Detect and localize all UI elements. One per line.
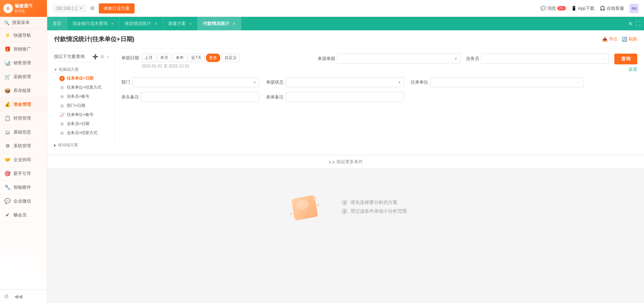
avatar[interactable]: Rit [630, 4, 639, 13]
scheme-table-icon: ⊞ [59, 130, 65, 136]
tab-payment-close-icon[interactable]: ✕ [233, 22, 235, 26]
empty-tip-1: 1 请先选择要分析的方案 [342, 200, 398, 206]
dept-select[interactable]: ▼ [132, 77, 259, 87]
scheme-mobile-header[interactable]: ▶ 移动端方案 [54, 141, 109, 149]
date-this-year-btn[interactable]: 本年 [173, 54, 187, 62]
capital-icon: 💰 [4, 101, 11, 108]
scheme-table-icon: ⊞ [59, 94, 65, 99]
empty-state: 1 请先选择要分析的方案 2 用过滤条件来缩小分析范围 [47, 168, 644, 246]
export-button[interactable]: 📤 导出 [602, 36, 618, 42]
scheme-table-icon: ⊞ [59, 121, 65, 127]
scheme-item-unit-date[interactable]: ● 往来单位+日期 [57, 74, 109, 83]
page-header-actions: 📤 导出 🔄 刷新 [602, 36, 637, 42]
base-icon: 🗂 [4, 129, 11, 135]
tab-new-plan[interactable]: 新建方案 ✕ [163, 17, 198, 30]
sidebar-item-wechat[interactable]: 💬 企业微信 [0, 194, 47, 208]
filter-panel: 按以下方案查询 ➕ ⚙ « ▼ 电脑端方案 ● [47, 48, 644, 155]
dept-label: 部门 [121, 79, 130, 85]
date-buttons: 上月 本月 本年 近7天 更多 自定义 [142, 54, 240, 62]
message-btn[interactable]: 💬 消息 99+ [540, 5, 566, 11]
related-unit-select[interactable]: ··· [430, 77, 583, 87]
query-button[interactable]: 查询 [614, 54, 637, 64]
scheme-item-staff-date[interactable]: ⊞ 业务员+日期 [57, 119, 109, 128]
date-this-month-btn[interactable]: 本月 [157, 54, 171, 62]
sidebar-item-sales[interactable]: 📊 销售管理 [0, 56, 47, 70]
tab-collection[interactable]: 收款情况统计 ✕ [119, 17, 163, 30]
refresh-button[interactable]: 🔄 刷新 [622, 36, 637, 42]
filter-settings-link[interactable]: 设置 [628, 66, 637, 72]
tab-bank-close-icon[interactable]: ✕ [111, 22, 114, 26]
date-last7-btn[interactable]: 近7天 [188, 54, 205, 62]
date-custom-btn[interactable]: 自定义 [222, 54, 240, 62]
sidebar-search[interactable]: 🔍 搜索菜单 [0, 17, 47, 29]
scheme-add-icon[interactable]: ➕ [92, 54, 98, 59]
table-header-notes-input[interactable] [141, 92, 259, 102]
scheme-table-icon: ⊞ [59, 103, 65, 109]
scheme-table-icon: ⊞ [59, 85, 65, 90]
filter-right: 单据日期 上月 本月 本年 近7天 更多 自定义 2022 [115, 54, 637, 149]
page-content: 付款情况统计(往来单位+日期) 📤 导出 🔄 刷新 按以下方案查询 [47, 30, 644, 303]
guide-icon: 🎯 [4, 170, 11, 177]
scheme-desktop-header[interactable]: ▼ 电脑端方案 [54, 65, 109, 74]
sidebar-item-system[interactable]: ⚙ 系统管理 [0, 139, 47, 153]
logo-text: 畅捷通巧 标准版 [15, 3, 32, 13]
tab-collection-close-icon[interactable]: ✕ [154, 22, 157, 26]
date-last-month-btn[interactable]: 上月 [142, 54, 156, 62]
tab-close-all-icon[interactable]: ✕ [628, 21, 633, 27]
date-more-btn[interactable]: 更多 [206, 54, 220, 62]
dept-chevron-icon: ▼ [253, 81, 256, 84]
source-select[interactable]: ▼ [337, 54, 461, 64]
scheme-item-dept-date[interactable]: ⊞ 部门+日期 [57, 101, 109, 110]
scheme-settings-icon[interactable]: ⚙ [100, 54, 105, 59]
inventory-icon: 📦 [4, 87, 11, 94]
message-icon: 💬 [540, 6, 546, 11]
scheme-item-staff-account[interactable]: ⊞ 业务员+账号 [57, 92, 109, 101]
collapse-sidebar-icon[interactable]: ◀◀ [14, 293, 22, 300]
related-unit-label: 往来单位 [411, 79, 428, 85]
purchase-icon: 🛒 [4, 73, 11, 80]
search-icon: 🔍 [4, 20, 9, 25]
sidebar-item-guide[interactable]: 🎯 新手引导 [0, 167, 47, 181]
trial-button[interactable]: 体验行业方案 [99, 3, 135, 13]
sidebar-item-member[interactable]: ✔ 畅会员 [0, 208, 47, 222]
staff-select[interactable]: ··· [481, 54, 609, 64]
settings-icon[interactable]: ⚙ [4, 293, 9, 300]
tab-new-plan-close-icon[interactable]: ✕ [189, 22, 192, 26]
topbar-settings-icon[interactable]: ⚙ [90, 5, 95, 11]
collapse-icon: ∧∧ [328, 159, 335, 164]
app-download-btn[interactable]: 📱 App下载 [571, 5, 594, 11]
filter-row-3: 表头备注 表体备注 [121, 92, 637, 102]
sidebar-item-operation[interactable]: 📋 经营管理 [0, 112, 47, 125]
scheme-collapse-icon[interactable]: « [107, 54, 109, 59]
online-service-btn[interactable]: 🎧 在线客服 [600, 5, 624, 11]
date-label: 单据日期 [121, 55, 139, 61]
date-range: 2022-01-01 至 2022-12-31 [121, 63, 312, 69]
svg-point-3 [317, 204, 319, 206]
service-icon: 🎧 [600, 6, 605, 11]
wechat-icon: 💬 [4, 198, 11, 205]
empty-illustration [284, 188, 328, 225]
body-notes-label: 表体备注 [266, 94, 284, 100]
main-area: 192.168.1.1 ▼ ⚙ 体验行业方案 💬 消息 99+ 📱 App下载 … [47, 0, 644, 303]
doc-status-select[interactable]: ▼ [286, 77, 404, 87]
sidebar-item-base[interactable]: 🗂 基础信息 [0, 125, 47, 139]
collapse-bar[interactable]: ∧∧ 收起更多条件 [47, 155, 644, 168]
sidebar-item-purchase[interactable]: 🛒 采购管理 [0, 70, 47, 84]
body-notes-input[interactable] [286, 92, 404, 102]
scheme-panel-header: 按以下方案查询 ➕ ⚙ « [54, 54, 109, 62]
sidebar-item-hardware[interactable]: 🔧 智能硬件 [0, 181, 47, 194]
sidebar-item-enterprise[interactable]: 🤝 企业协同 [0, 153, 47, 167]
sidebar-item-capital[interactable]: 💰 资金管理 [0, 98, 47, 112]
scheme-item-unit-settle[interactable]: ⊞ 往来单位+结算方式 [57, 83, 109, 92]
sidebar-item-inventory[interactable]: 📦 库存核算 [0, 84, 47, 98]
topbar: 192.168.1.1 ▼ ⚙ 体验行业方案 💬 消息 99+ 📱 App下载 … [47, 0, 644, 17]
tab-home[interactable]: 首页 [47, 17, 67, 30]
page-title: 付款情况统计(往来单位+日期) [54, 35, 135, 43]
sidebar-item-marketing[interactable]: 🎁 营销推广 [0, 42, 47, 56]
tab-fullscreen-icon[interactable]: ⛶ [635, 21, 641, 27]
tab-payment[interactable]: 付款情况统计 ✕ [198, 17, 241, 30]
scheme-item-unit-account[interactable]: 📈 往来单位+账号 [57, 110, 109, 119]
scheme-item-staff-settle[interactable]: ⊞ 业务员+结算方式 [57, 128, 109, 138]
tab-bank[interactable]: 现金银行流水查询 ✕ [67, 17, 119, 30]
sidebar-item-quick-nav[interactable]: ⚡ 快捷导航 [0, 29, 47, 42]
